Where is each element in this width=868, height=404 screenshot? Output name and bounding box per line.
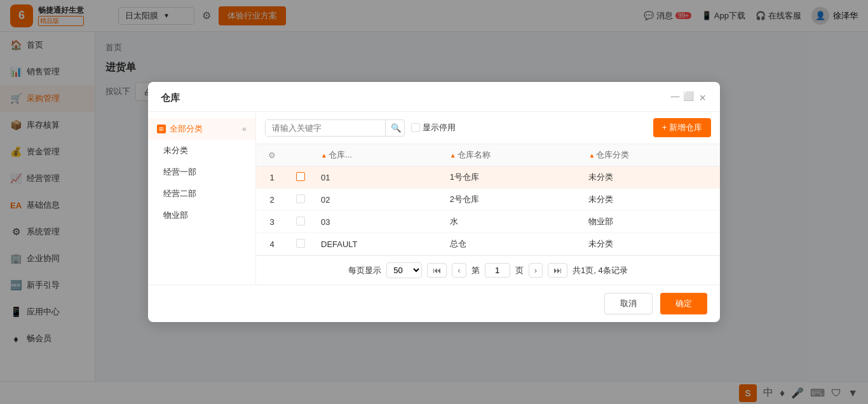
sort-code-icon: ▲ <box>321 152 327 159</box>
th-category[interactable]: ▲仓库分类 <box>581 144 720 166</box>
td-category: 未分类 <box>581 189 720 211</box>
category-item-unclassified[interactable]: 未分类 <box>148 140 255 161</box>
table-row[interactable]: 1 01 1号仓库 未分类 <box>256 166 720 189</box>
td-num: 4 <box>256 233 288 255</box>
next-page-button[interactable]: › <box>529 263 543 278</box>
td-check[interactable] <box>288 166 313 189</box>
modal-title: 仓库 <box>161 92 180 104</box>
collapse-icon[interactable]: « <box>242 125 247 133</box>
row-checkbox[interactable] <box>296 239 305 248</box>
confirm-button[interactable]: 确定 <box>660 293 707 314</box>
th-checkbox <box>288 144 313 166</box>
td-num: 2 <box>256 189 288 211</box>
first-page-button[interactable]: ⏮ <box>427 263 447 278</box>
category-item-property[interactable]: 物业部 <box>148 205 255 226</box>
td-name: 水 <box>442 211 581 233</box>
td-num: 3 <box>256 211 288 233</box>
td-code: 01 <box>313 166 442 189</box>
modal-body: ⊞ 全部分类 « 未分类 经营一部 经营二部 物业部 🔍 <box>148 112 720 285</box>
td-name: 1号仓库 <box>442 166 581 189</box>
page-label: 第 <box>471 265 480 276</box>
row-checkbox[interactable] <box>296 194 305 203</box>
minimize-icon[interactable]: — <box>670 91 679 105</box>
category-item-op2[interactable]: 经营二部 <box>148 183 255 205</box>
td-num: 1 <box>256 166 288 189</box>
sort-category-icon: ▲ <box>588 152 595 159</box>
pagination-bar: 每页显示 50 20 100 ⏮ ‹ 第 页 › ⏭ 共1页, 4条记录 <box>256 255 720 285</box>
category-panel: ⊞ 全部分类 « 未分类 经营一部 经营二部 物业部 <box>148 112 256 285</box>
td-code: DEFAULT <box>313 233 442 255</box>
td-check[interactable] <box>288 189 313 211</box>
table-row[interactable]: 2 02 2号仓库 未分类 <box>256 189 720 211</box>
row-checkbox[interactable] <box>296 172 305 181</box>
show-disabled-checkbox[interactable] <box>411 123 420 132</box>
sort-name-icon: ▲ <box>450 152 456 159</box>
close-icon[interactable]: × <box>698 91 707 105</box>
search-input-wrap: 🔍 <box>265 119 405 137</box>
category-all-item[interactable]: ⊞ 全部分类 « <box>148 118 255 140</box>
table-row[interactable]: 3 03 水 物业部 <box>256 211 720 233</box>
modal-overlay: 仓库 — ⬜ × ⊞ 全部分类 « 未分类 经营一部 经营二部 物业部 <box>0 0 868 404</box>
category-item-op1[interactable]: 经营一部 <box>148 161 255 183</box>
search-input[interactable] <box>266 120 385 136</box>
table-header-row: ⚙ ▲仓库... ▲仓库名称 ▲仓库分类 <box>256 144 720 166</box>
last-page-button[interactable]: ⏭ <box>548 263 567 278</box>
show-disabled-label[interactable]: 显示停用 <box>411 122 456 133</box>
td-check[interactable] <box>288 211 313 233</box>
page-input[interactable] <box>485 263 510 278</box>
window-controls: — ⬜ × <box>670 91 707 105</box>
td-category: 未分类 <box>581 233 720 255</box>
row-checkbox[interactable] <box>296 217 305 226</box>
th-settings[interactable]: ⚙ <box>256 144 288 166</box>
data-table: ⚙ ▲仓库... ▲仓库名称 ▲仓库分类 1 01 <box>256 144 720 255</box>
td-name: 2号仓库 <box>442 189 581 211</box>
cancel-button[interactable]: 取消 <box>604 293 653 314</box>
th-code[interactable]: ▲仓库... <box>313 144 442 166</box>
warehouse-modal: 仓库 — ⬜ × ⊞ 全部分类 « 未分类 经营一部 经营二部 物业部 <box>148 82 720 322</box>
table-row[interactable]: 4 DEFAULT 总仓 未分类 <box>256 233 720 255</box>
total-info: 共1页, 4条记录 <box>573 265 628 276</box>
td-category: 未分类 <box>581 166 720 189</box>
add-warehouse-button[interactable]: + 新增仓库 <box>653 118 711 137</box>
td-code: 02 <box>313 189 442 211</box>
maximize-icon[interactable]: ⬜ <box>683 91 694 105</box>
page-unit: 页 <box>515 265 524 276</box>
table-toolbar: 🔍 显示停用 + 新增仓库 <box>256 112 720 144</box>
td-name: 总仓 <box>442 233 581 255</box>
per-page-select[interactable]: 50 20 100 <box>386 262 422 278</box>
search-button[interactable]: 🔍 <box>385 120 405 136</box>
prev-page-button[interactable]: ‹ <box>452 263 466 278</box>
td-category: 物业部 <box>581 211 720 233</box>
table-panel: 🔍 显示停用 + 新增仓库 ⚙ <box>256 112 720 285</box>
per-page-label: 每页显示 <box>348 265 381 276</box>
modal-footer: 取消 确定 <box>148 285 720 322</box>
category-grid-icon: ⊞ <box>157 125 166 133</box>
td-check[interactable] <box>288 233 313 255</box>
th-name[interactable]: ▲仓库名称 <box>442 144 581 166</box>
warehouse-table: ⚙ ▲仓库... ▲仓库名称 ▲仓库分类 1 01 <box>256 144 720 255</box>
td-code: 03 <box>313 211 442 233</box>
category-all-label: 全部分类 <box>170 123 203 135</box>
modal-header: 仓库 — ⬜ × <box>148 82 720 112</box>
